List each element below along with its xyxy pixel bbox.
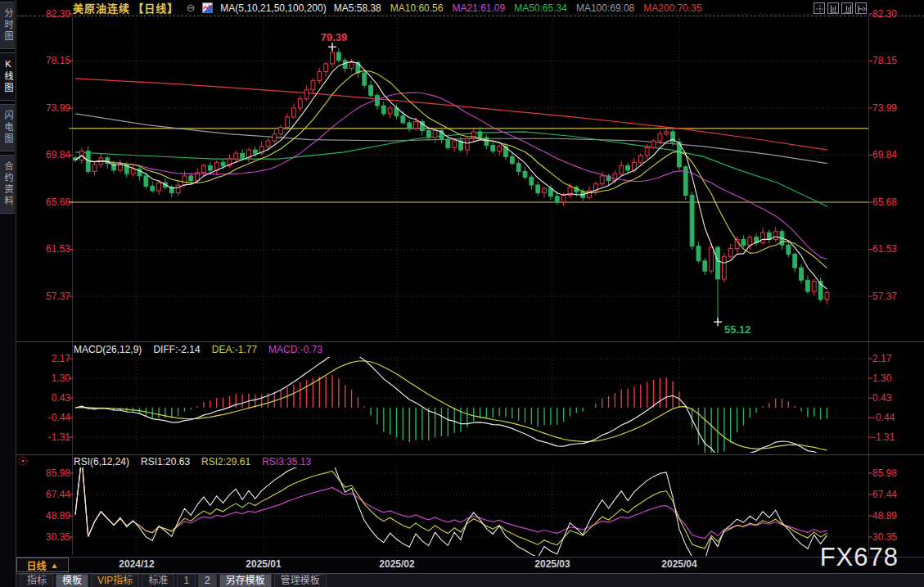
price-axis-label: 69.84 bbox=[20, 149, 70, 160]
rsi-title: RSI(6,12,24) bbox=[74, 456, 129, 467]
rsi-axis-label: 48.89 bbox=[872, 510, 897, 522]
rsi-axis-label: 67.44 bbox=[872, 489, 897, 500]
macd-axis-label: 2.17 bbox=[20, 353, 70, 364]
toolbar-vip-indicator[interactable]: VIP指标 bbox=[91, 574, 139, 587]
panel-separator bbox=[16, 341, 924, 342]
x-axis-month-label: 2025/04 bbox=[661, 558, 696, 570]
macd-axis-label: -1.31 bbox=[872, 431, 895, 443]
price-axis-label: 65.68 bbox=[872, 196, 897, 208]
bottom-toolbar: 指标模板VIP指标标准12另存模板管理模板 bbox=[16, 573, 924, 587]
toolbar-indicator[interactable]: 指标 bbox=[20, 574, 53, 587]
macd-axis-label: -0.44 bbox=[872, 412, 895, 423]
chevron-up-icon: ▲ bbox=[51, 561, 59, 570]
rsi-axis-label: 67.44 bbox=[20, 489, 70, 500]
rsi3-value: RSI3:35.13 bbox=[262, 456, 311, 467]
macd-axis-label: 0.43 bbox=[20, 392, 70, 404]
macd-macd-value: MACD:-0.73 bbox=[268, 344, 322, 355]
rsi-axis-label: 85.98 bbox=[20, 467, 70, 479]
toolbar-save-as-template[interactable]: 另存模板 bbox=[219, 574, 272, 587]
toolbar-manage-template[interactable]: 管理模板 bbox=[274, 574, 327, 587]
toolbar-slot-2[interactable]: 2 bbox=[198, 574, 217, 587]
price-axis-label: 73.99 bbox=[872, 102, 897, 114]
macd-axis-label: 2.17 bbox=[872, 353, 891, 364]
price-axis-label: 61.53 bbox=[20, 243, 70, 255]
macd-dea-value: DEA:-1.77 bbox=[212, 344, 257, 355]
macd-axis-label: -1.31 bbox=[20, 431, 70, 443]
macd-panel-header: MACD(26,12,9) DIFF:-2.14 DEA:-1.77 MACD:… bbox=[74, 344, 322, 355]
price-axis-label: 61.53 bbox=[872, 243, 897, 255]
panel-separator bbox=[16, 454, 924, 455]
price-axis-label: 82.30 bbox=[20, 8, 70, 20]
price-axis-label: 78.15 bbox=[872, 55, 897, 66]
macd-axis-label: 1.30 bbox=[20, 373, 70, 384]
price-axis-label: 73.99 bbox=[20, 102, 70, 114]
price-axis-label: 57.37 bbox=[872, 291, 897, 302]
x-axis-month-label: 2025/03 bbox=[534, 558, 570, 570]
rsi-panel-header: RSI(6,12,24) RSI1:20.63 RSI2:29.61 RSI3:… bbox=[74, 456, 311, 467]
rsi-axis-label: 30.35 bbox=[20, 531, 70, 543]
x-axis-month-label: 2025/01 bbox=[246, 558, 281, 570]
macd-axis-label: 1.30 bbox=[872, 373, 891, 384]
x-axis-month-label: 2025/02 bbox=[379, 558, 414, 570]
rsi1-value: RSI1:20.63 bbox=[141, 456, 190, 467]
price-axis-label: 57.37 bbox=[20, 291, 70, 302]
chart-application: 分时图K线图闪电图合约资料 美原油连续 【日线】 ⊖ MA(5,10,21,50… bbox=[0, 0, 924, 587]
price-axis-label: 65.68 bbox=[20, 196, 70, 208]
chart-canvas[interactable]: 79.3955.12 bbox=[0, 0, 924, 587]
rsi-axis-label: 85.98 bbox=[872, 467, 897, 479]
toolbar-template[interactable]: 模板 bbox=[56, 574, 88, 587]
macd-axis-label: -0.44 bbox=[20, 412, 70, 423]
rsi-axis-label: 48.89 bbox=[20, 510, 70, 522]
price-axis-label: 78.15 bbox=[20, 55, 70, 66]
rsi2-value: RSI2:29.61 bbox=[201, 456, 250, 467]
toolbar-slot-1[interactable]: 1 bbox=[177, 574, 196, 587]
watermark: FX678 bbox=[820, 543, 899, 572]
macd-axis-label: 0.43 bbox=[872, 392, 891, 404]
x-axis-month-label: 2024/12 bbox=[119, 558, 154, 570]
macd-diff-value: DIFF:-2.14 bbox=[153, 344, 200, 355]
high-annotation: 79.39 bbox=[321, 31, 348, 43]
rsi-axis-label: 30.35 bbox=[872, 531, 897, 543]
period-selector[interactable]: 日线 ▲ bbox=[16, 558, 69, 572]
low-annotation: 55.12 bbox=[724, 323, 751, 336]
period-label: 日线 bbox=[27, 558, 47, 572]
toolbar-standard[interactable]: 标准 bbox=[142, 574, 174, 587]
price-axis-label: 82.30 bbox=[872, 8, 897, 20]
price-axis-label: 69.84 bbox=[872, 149, 897, 160]
macd-title: MACD(26,12,9) bbox=[74, 344, 142, 355]
